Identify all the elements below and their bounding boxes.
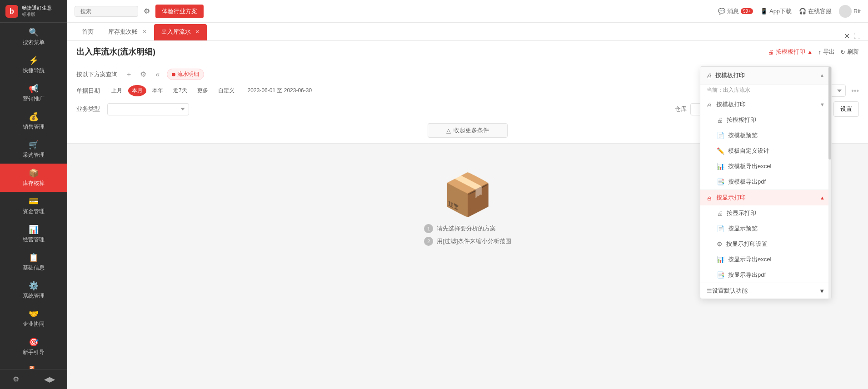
dropdown-item-display-print[interactable]: 🖨 按显示打印 <box>700 205 831 221</box>
dropdown-item-template-pdf[interactable]: 📑 按模板导出pdf <box>700 174 831 190</box>
dropdown-item-template-print[interactable]: 🖨 按模板打印 <box>700 112 831 128</box>
tab-flow-close[interactable]: ✕ <box>195 29 200 35</box>
sidebar-item-inventory[interactable]: 📦库存核算 <box>0 164 67 192</box>
sidebar-collab-icon: 🤝 <box>29 309 39 319</box>
filter-scheme-label: 按以下方案查询 <box>76 70 118 79</box>
online-service-btn[interactable]: 🎧 在线客服 <box>799 7 832 15</box>
dropdown-footer-label: 设置默认功能 <box>712 287 748 295</box>
user-name: Rit <box>853 8 861 15</box>
search-input[interactable] <box>75 6 138 17</box>
empty-hint-item-2: 2 用[过滤]条件来缩小分析范围 <box>424 237 511 246</box>
page-content: 出入库流水(流水明细) 🖨 按模板打印 ▲ ↑ 导出 ↻ 刷新 <box>67 41 868 389</box>
topbar-gear-icon[interactable]: ⚙ <box>144 7 150 15</box>
display-print-label: 按显示打印 <box>727 209 756 217</box>
industry-btn[interactable]: 体验行业方案 <box>155 5 204 18</box>
date-tab-2[interactable]: 本年 <box>148 85 167 96</box>
refresh-label: 刷新 <box>847 48 859 56</box>
dropdown-section-template: 🖨 按模板打印 ▼ 🖨 按模板打印 📄 按模板预览 ✏️ 模板自定义设计 <box>700 97 831 190</box>
print-dropdown-panel: 🖨 按模板打印 ▲ 当前：出入库流水 🖨 按模板打印 ▼ 🖨 按模板打印 <box>700 66 832 299</box>
date-tab-3[interactable]: 近7天 <box>169 85 191 96</box>
sidebar-finance-icon: 💳 <box>29 196 39 206</box>
sidebar-item-shortcut[interactable]: ⚡快捷导航 <box>0 51 67 79</box>
filter-tag-label: 流水明细 <box>177 70 199 78</box>
date-tab-5[interactable]: 自定义 <box>214 85 239 96</box>
dropdown-collapse-arrow[interactable]: ▲ <box>819 72 825 79</box>
app-download-btn[interactable]: 📱 App下载 <box>760 7 792 15</box>
business-type-select[interactable] <box>107 103 189 115</box>
window-controls: ✕ ⛶ <box>844 32 861 40</box>
sidebar-item-search[interactable]: 🔍搜索菜单 <box>0 23 67 51</box>
dropdown-header-title: 🖨 按模板打印 <box>707 71 745 80</box>
sidebar: b 畅捷通好生意 标准版 🔍搜索菜单⚡快捷导航📢营销推广💰销售管理🛒采购管理📦库… <box>0 0 67 389</box>
tab-home[interactable]: 首页 <box>75 24 101 40</box>
tab-flow[interactable]: 出入库流水 ✕ <box>154 24 207 40</box>
dropdown-item-template-excel[interactable]: 📊 按模板导出excel <box>700 159 831 174</box>
sidebar-item-sales[interactable]: 💰销售管理 <box>0 107 67 135</box>
sidebar-basic-icon: 📋 <box>29 253 39 263</box>
date-tab-0[interactable]: 上月 <box>107 85 126 96</box>
print-template-btn[interactable]: 🖨 按模板打印 ▲ <box>768 48 813 56</box>
refresh-btn[interactable]: ↻ 刷新 <box>840 48 859 56</box>
template-section-label: 按模板打印 <box>716 100 746 109</box>
empty-hint-item-1: 1 请先选择要分析的方案 <box>424 224 511 233</box>
close-window-btn[interactable]: ✕ <box>844 32 850 40</box>
sidebar-item-marketing[interactable]: 📢营销推广 <box>0 79 67 107</box>
dropdown-item-display-preview[interactable]: 📄 按显示预览 <box>700 221 831 236</box>
sidebar-item-system[interactable]: ⚙️系统管理 <box>0 276 67 304</box>
dropdown-print-icon: 🖨 <box>707 72 713 79</box>
user-area[interactable]: Rit <box>839 5 861 18</box>
filter-add-btn[interactable]: + <box>127 70 131 79</box>
filter-tag: 流水明细 <box>167 69 204 80</box>
settings-footer-icon[interactable]: ⚙ <box>13 375 19 384</box>
expand-window-btn[interactable]: ⛶ <box>853 32 861 40</box>
sidebar-item-appstore[interactable]: 🏪应用中心 <box>0 361 67 369</box>
sidebar-shortcut-icon: ⚡ <box>29 55 39 65</box>
dropdown-section-template-header[interactable]: 🖨 按模板打印 ▼ <box>700 97 831 112</box>
dropdown-footer[interactable]: ☰ 设置默认功能 ▼ <box>700 283 831 299</box>
tab-batch-close[interactable]: ✕ <box>142 29 147 35</box>
sidebar-item-label-search: 搜索菜单 <box>23 39 45 46</box>
sidebar-item-guide[interactable]: 🎯新手引导 <box>0 333 67 361</box>
main-area: ⚙ 体验行业方案 💬 消息 99+ 📱 App下载 🎧 在线客服 Rit <box>67 0 868 389</box>
sidebar-item-basic[interactable]: 📋基础信息 <box>0 248 67 276</box>
date-tab-1[interactable]: 本月 <box>128 85 146 96</box>
item-preview-label: 按模板预览 <box>728 131 758 140</box>
export-btn[interactable]: ↑ 导出 <box>818 48 835 56</box>
tab-batch[interactable]: 库存批次账 ✕ <box>101 24 154 40</box>
collapse-footer-icon[interactable]: ◀▶ <box>44 375 55 384</box>
dropdown-item-display-settings[interactable]: ⚙ 按显示打印设置 <box>700 236 831 252</box>
print-icon: 🖨 <box>768 49 774 55</box>
settings-btn[interactable]: 设置 <box>833 101 859 117</box>
sidebar-system-icon: ⚙️ <box>29 281 39 291</box>
dropdown-item-display-pdf[interactable]: 📑 按显示导出pdf <box>700 267 831 283</box>
sidebar-item-operation[interactable]: 📊经营管理 <box>0 220 67 248</box>
page-header-actions: 🖨 按模板打印 ▲ ↑ 导出 ↻ 刷新 <box>768 48 859 61</box>
date-tab-4[interactable]: 更多 <box>193 85 212 96</box>
message-btn[interactable]: 💬 消息 99+ <box>718 7 753 15</box>
item-design-label: 模板自定义设计 <box>728 147 769 155</box>
hint-num-1: 1 <box>424 224 433 233</box>
topbar-left: ⚙ 体验行业方案 <box>75 5 204 18</box>
tab-bar: 首页 库存批次账 ✕ 出入库流水 ✕ ✕ ⛶ <box>67 23 868 41</box>
sidebar-item-collab[interactable]: 🤝企业协同 <box>0 304 67 333</box>
display-pdf-icon: 📑 <box>717 271 724 279</box>
sidebar-item-label-system: 系统管理 <box>23 292 45 300</box>
dropdown-item-template-preview[interactable]: 📄 按模板预览 <box>700 128 831 143</box>
message-icon: 💬 <box>718 8 725 15</box>
date-tabs: 上月本月本年近7天更多自定义 <box>107 85 239 96</box>
dropdown-section-display-header[interactable]: 🖨 按显示打印 ▲ <box>700 190 831 205</box>
doc-type-more-icon[interactable]: ••• <box>851 87 859 95</box>
dropdown-scrollbar-thumb[interactable] <box>828 67 831 160</box>
dropdown-item-template-design[interactable]: ✏️ 模板自定义设计 <box>700 143 831 159</box>
dropdown-item-display-excel[interactable]: 📊 按显示导出excel <box>700 252 831 267</box>
sidebar-item-finance[interactable]: 💳资金管理 <box>0 192 67 220</box>
online-service-label: 在线客服 <box>808 7 832 15</box>
item-design-icon: ✏️ <box>717 147 724 155</box>
filter-settings-btn[interactable]: ⚙ <box>140 70 146 79</box>
logo-icon: b <box>5 5 18 18</box>
filter-collapse-left-btn[interactable]: « <box>155 70 160 79</box>
logo-area: b 畅捷通好生意 标准版 <box>0 0 67 23</box>
dropdown-section-display: 🖨 按显示打印 ▲ 🖨 按显示打印 📄 按显示预览 ⚙ 按显示打印设置 <box>700 190 831 283</box>
collapse-filter-btn[interactable]: △ 收起更多条件 <box>428 123 508 138</box>
sidebar-item-purchase[interactable]: 🛒采购管理 <box>0 135 67 164</box>
